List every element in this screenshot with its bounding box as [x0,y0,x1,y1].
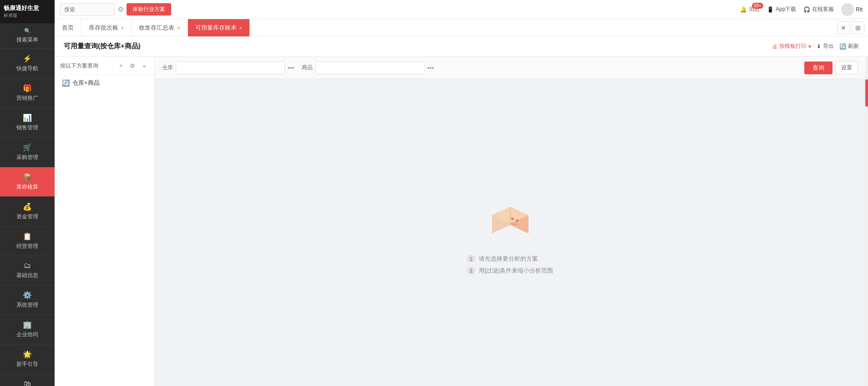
trial-btn[interactable]: 体验行业方案 [127,3,171,15]
print-btn[interactable]: 🖨 按模板打印 ▾ [772,42,811,50]
sidebar-item-appstore[interactable]: 🛍 应用中心 [0,374,55,386]
add-scheme-btn[interactable]: ＋ [116,61,125,70]
sidebar-header: 畅康通好生意 标准版 [0,0,55,23]
tab-available-ledger[interactable]: 可用量库存账本 × [188,19,250,36]
topbar-left: ⚙ 体验行业方案 [60,3,171,16]
topbar-right: 🔔 消息 99+ 📱 App下载 🎧 在线客服 Rit [740,3,863,16]
tab-receive-summary-label: 收发存汇总表 [139,24,174,32]
page-actions: 🖨 按模板打印 ▾ ⬇ 导出 🔄 刷新 [772,42,859,50]
sidebar-item-funds[interactable]: 💰 资金管理 [0,197,55,226]
hint-text-1: 请先选择要分析的方案 [479,255,538,263]
messages-btn[interactable]: 🔔 消息 99+ [740,5,760,13]
sidebar-item-sales[interactable]: 📊 销售管理 [0,108,55,138]
close-available-ledger-icon[interactable]: × [239,25,242,31]
collapse-panel-btn[interactable]: « [140,61,149,70]
left-panel-header: 按以下方案查询 ＋ ⚙ « [55,57,154,75]
settings-scheme-btn[interactable]: ⚙ [128,61,137,70]
warehouse-filter-field: 仓库 ••• [162,62,294,74]
tab-batch-ledger[interactable]: 库存批次账 × [81,19,132,36]
sidebar-label-search: 搜索菜单 [16,36,38,44]
appstore-icon: 🛍 [24,380,31,386]
sidebar-label-newbie: 新手引导 [16,360,38,368]
refresh-label: 刷新 [848,42,859,50]
username-label: Rit [856,6,863,13]
sidebar-item-newbie[interactable]: 🌟 新手引导 [0,345,55,374]
empty-state: 1 请先选择要分析的方案 2 用[过滤]条件来缩小分析范围 [155,79,865,386]
message-bell-icon: 🔔 [740,6,747,13]
filter-bar: 仓库 ••• 商品 ••• 查询 设置 [155,57,865,79]
scheme-item-warehouse-goods[interactable]: 🔄 仓库+商品 [55,75,154,91]
newbie-icon: 🌟 [23,350,32,359]
sidebar-item-inventory[interactable]: 📦 库存核算 [0,167,55,197]
hint-num-1: 1 [467,255,475,263]
topbar-search-input[interactable] [60,3,115,16]
avatar [841,3,854,16]
page-header: 可用量查询(按仓库+商品) 🖨 按模板打印 ▾ ⬇ 导出 🔄 刷新 [55,36,868,57]
customer-service-btn[interactable]: 🎧 在线客服 [803,5,834,13]
goods-filter-more-btn[interactable]: ••• [427,64,434,72]
content-area: 按以下方案查询 ＋ ⚙ « 🔄 仓库+商品 仓库 ••• [55,57,868,386]
print-label: 按模板打印 [779,42,807,50]
search-icon: 🔍 [24,28,31,34]
print-dropdown-icon[interactable]: ▾ [808,43,811,50]
phone-icon: 📱 [767,6,774,13]
sidebar-item-quick-nav[interactable]: ⚡ 快捷导航 [0,49,55,78]
user-profile-btn[interactable]: Rit [841,3,863,16]
sidebar-item-purchase[interactable]: 🛒 采购管理 [0,138,55,167]
headset-icon: 🎧 [803,6,810,13]
sidebar-item-marketing[interactable]: 🎁 营销推广 [0,78,55,108]
left-panel-icons: ＋ ⚙ « [116,61,149,70]
empty-hint-1: 1 请先选择要分析的方案 [467,255,553,263]
scheme-item-icon: 🔄 [62,79,70,87]
close-receive-summary-icon[interactable]: × [177,25,180,31]
app-download-btn[interactable]: 📱 App下载 [767,5,796,13]
funds-icon: 💰 [23,202,32,211]
export-btn[interactable]: ⬇ 导出 [817,42,834,50]
page-title: 可用量查询(按仓库+商品) [64,42,141,51]
warehouse-filter-more-btn[interactable]: ••• [288,64,294,72]
scroll-thumb[interactable] [865,79,868,107]
system-icon: ⚙️ [23,291,32,299]
sidebar-item-basic[interactable]: 🗂 基础信息 [0,256,55,285]
empty-hint-2: 2 用[过滤]条件来缩小分析范围 [467,267,553,275]
goods-filter-field: 商品 ••• [302,62,434,74]
tabs-actions: ✕ ⊞ [837,21,868,34]
sidebar-label-inventory: 库存核算 [16,183,38,191]
sidebar-label-enterprise: 企业协同 [16,331,38,339]
messages-badge: 99+ [752,3,763,9]
tabs-bar: 首页 库存批次账 × 收发存汇总表 × 可用量库存账本 × ✕ ⊞ [55,19,868,36]
close-tab-btn[interactable]: ✕ [837,21,850,34]
enterprise-icon: 🏢 [23,320,32,329]
goods-filter-input[interactable] [315,62,425,74]
app-download-label: App下载 [776,5,796,13]
sidebar-item-enterprise[interactable]: 🏢 企业协同 [0,315,55,345]
sidebar-label-funds: 资金管理 [16,213,38,221]
scroll-indicator [865,57,868,386]
filter-settings-btn[interactable]: 设置 [835,61,858,74]
sidebar-label-system: 系统管理 [16,301,38,309]
topbar: ⚙ 体验行业方案 🔔 消息 99+ 📱 App下载 🎧 在线客服 Rit [55,0,868,19]
gear-icon[interactable]: ⚙ [117,5,124,14]
left-panel: 按以下方案查询 ＋ ⚙ « 🔄 仓库+商品 [55,57,155,386]
hint-text-2: 用[过滤]条件来缩小分析范围 [479,267,553,275]
empty-hints: 1 请先选择要分析的方案 2 用[过滤]条件来缩小分析范围 [467,255,553,275]
quick-nav-icon: ⚡ [23,54,32,63]
tab-receive-summary[interactable]: 收发存汇总表 × [132,19,188,36]
sidebar-item-operation[interactable]: 📋 经营管理 [0,226,55,256]
filter-actions: 查询 设置 [804,61,858,74]
basic-icon: 🗂 [24,262,31,270]
sidebar-item-search[interactable]: 🔍 搜索菜单 [0,23,55,49]
refresh-btn[interactable]: 🔄 刷新 [839,42,859,50]
sidebar-label-operation: 经营管理 [16,242,38,250]
inventory-icon: 📦 [23,173,32,181]
warehouse-filter-input[interactable] [176,62,285,74]
left-panel-title: 按以下方案查询 [60,62,98,70]
sidebar-item-system[interactable]: ⚙️ 系统管理 [0,285,55,315]
query-btn[interactable]: 查询 [804,62,832,74]
tab-home[interactable]: 首页 [55,19,81,36]
scheme-item-label: 仓库+商品 [72,79,100,87]
maximize-tab-btn[interactable]: ⊞ [852,21,864,34]
close-batch-ledger-icon[interactable]: × [121,25,124,31]
export-label: 导出 [823,42,834,50]
brand-sub: 标准版 [4,12,17,19]
